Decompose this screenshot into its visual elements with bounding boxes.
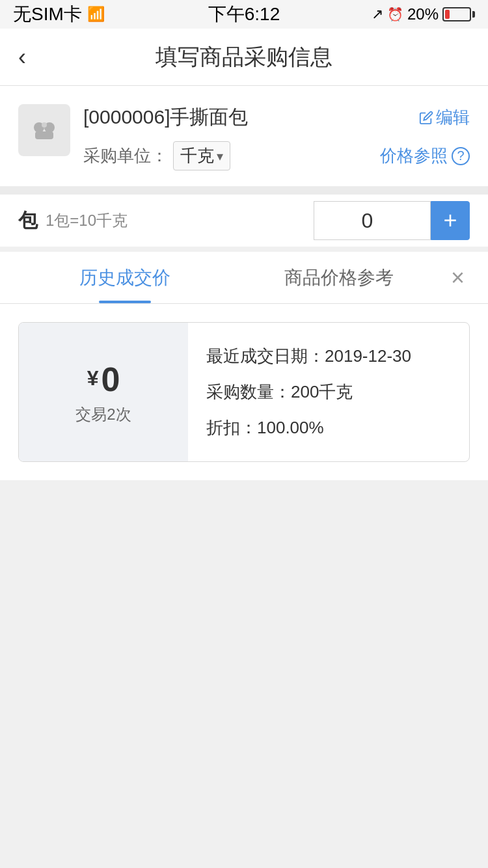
- quantity-label: 包 1包=10千克: [18, 208, 128, 234]
- price-ref-label: 价格参照: [380, 144, 448, 167]
- product-title: 手撕面包: [170, 106, 248, 128]
- product-id: [0000006]: [83, 106, 170, 128]
- tab-historical-price[interactable]: 历史成交价: [18, 252, 232, 303]
- recent-date-value: 2019-12-30: [325, 346, 411, 366]
- product-section: [0000006]手撕面包 编辑 采购单位： 千克 ▾: [0, 86, 488, 187]
- bottom-area: [0, 480, 488, 868]
- quantity-unit: 包: [18, 208, 38, 234]
- price-amount: ¥ 0: [87, 360, 120, 399]
- price-cards: ¥ 0 交易2次 最近成交日期：2019-12-30 采购数量：200千克 折扣…: [0, 304, 488, 480]
- location-icon: ↗: [372, 6, 383, 23]
- section-divider: [0, 187, 488, 195]
- unit-label: 采购单位：: [83, 144, 168, 167]
- wifi-icon: 📶: [87, 6, 105, 23]
- tabs-header: 历史成交价 商品价格参考 ×: [0, 252, 488, 304]
- price-card-left: ¥ 0 交易2次: [19, 323, 188, 461]
- battery-tip: [472, 11, 475, 18]
- price-transactions: 交易2次: [75, 404, 131, 425]
- discount-value: 100.00%: [257, 418, 324, 437]
- edit-button[interactable]: 编辑: [419, 106, 470, 129]
- svg-point-3: [42, 122, 47, 128]
- quantity-conversion: 1包=10千克: [46, 210, 128, 231]
- status-indicators: ↗ ⏰ 20%: [372, 5, 475, 23]
- status-bar: 无SIM卡 📶 下午6:12 ↗ ⏰ 20%: [0, 0, 488, 29]
- unit-select[interactable]: 千克 ▾: [173, 141, 230, 170]
- product-name: [0000006]手撕面包: [83, 104, 248, 131]
- purchase-qty-label: 采购数量：: [206, 382, 291, 401]
- tab-price-ref-label: 商品价格参考: [284, 265, 394, 290]
- price-value: 0: [101, 360, 120, 399]
- status-time: 下午6:12: [208, 2, 280, 27]
- product-row: [0000006]手撕面包 编辑 采购单位： 千克 ▾: [18, 104, 470, 170]
- recent-date-row: 最近成交日期：2019-12-30: [206, 344, 451, 369]
- product-unit-row: 采购单位： 千克 ▾ 价格参照 ?: [83, 141, 470, 170]
- currency-symbol: ¥: [87, 366, 99, 390]
- purchase-qty-value: 200千克: [291, 382, 353, 401]
- price-card: ¥ 0 交易2次 最近成交日期：2019-12-30 采购数量：200千克 折扣…: [18, 322, 470, 462]
- tab-price-reference[interactable]: 商品价格参考: [232, 252, 445, 303]
- edit-label: 编辑: [436, 106, 470, 129]
- battery-body: [442, 7, 471, 21]
- chevron-down-icon: ▾: [217, 148, 223, 164]
- unit-value: 千克: [180, 144, 214, 167]
- product-top: [0000006]手撕面包 编辑: [83, 104, 470, 131]
- back-button[interactable]: ‹: [18, 44, 26, 71]
- info-icon: ?: [452, 147, 470, 165]
- product-thumbnail: [18, 104, 70, 156]
- battery-fill: [445, 10, 450, 19]
- price-reference-button[interactable]: 价格参照 ?: [380, 144, 470, 167]
- discount-label: 折扣：: [206, 418, 257, 437]
- price-card-right: 最近成交日期：2019-12-30 采购数量：200千克 折扣：100.00%: [188, 323, 469, 461]
- battery-percent: 20%: [407, 5, 439, 23]
- battery-icon: [442, 7, 475, 21]
- nav-bar: ‹ 填写商品采购信息: [0, 29, 488, 86]
- carrier-text: 无SIM卡: [13, 2, 82, 27]
- status-carrier: 无SIM卡 📶: [13, 2, 105, 27]
- recent-date-label: 最近成交日期：: [206, 346, 325, 366]
- tab-active-indicator: [99, 301, 151, 303]
- tab-close-button[interactable]: ×: [446, 264, 470, 292]
- quantity-input[interactable]: [314, 201, 431, 240]
- page-title: 填写商品采购信息: [156, 42, 332, 72]
- product-info: [0000006]手撕面包 编辑 采购单位： 千克 ▾: [83, 104, 470, 170]
- purchase-qty-row: 采购数量：200千克: [206, 379, 451, 405]
- svg-rect-2: [35, 131, 53, 139]
- quantity-plus-button[interactable]: +: [431, 201, 470, 240]
- tab-historical-label: 历史成交价: [79, 265, 170, 290]
- alarm-icon: ⏰: [387, 7, 403, 22]
- tabs-section: 历史成交价 商品价格参考 × ¥ 0 交易2次 最近成交日期：2019-12-3…: [0, 252, 488, 480]
- quantity-input-group: +: [314, 201, 470, 240]
- quantity-section: 包 1包=10千克 +: [0, 195, 488, 247]
- discount-row: 折扣：100.00%: [206, 415, 451, 441]
